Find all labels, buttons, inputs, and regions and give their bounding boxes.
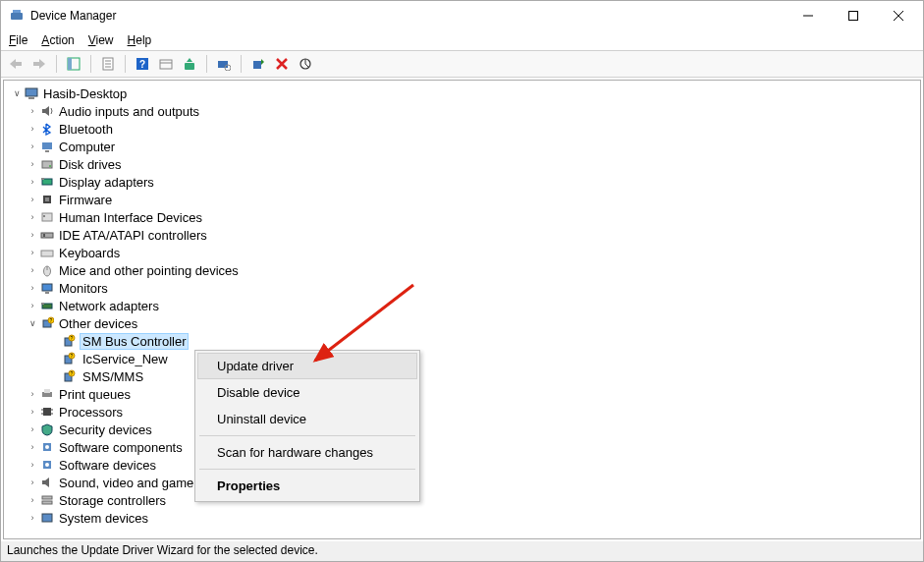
enable-device-button[interactable] [247,53,269,75]
expand-icon[interactable]: › [26,141,39,151]
tree-device-item[interactable]: ?SMS/MMS [4,367,920,385]
tree-category[interactable]: ›Processors [4,403,920,421]
tree-category[interactable]: ›Bluetooth [4,120,920,138]
svg-rect-0 [11,13,23,20]
tree-device-item[interactable]: ?SM Bus Controller [4,332,920,350]
tree-category[interactable]: ›Disk drives [4,155,920,173]
tree-category[interactable]: ›Audio inputs and outputs [4,102,920,120]
scan-hardware-button[interactable] [213,53,235,75]
expand-icon[interactable]: › [26,478,39,487]
svg-rect-32 [45,197,49,201]
collapse-icon[interactable]: ∨ [26,318,39,328]
uninstall-button[interactable] [271,53,293,75]
tree-category[interactable]: ›Monitors [4,279,920,297]
expand-icon[interactable]: › [26,248,39,257]
maximize-button[interactable] [831,1,876,30]
context-separator [199,469,415,470]
help-button[interactable]: ? [132,53,153,75]
svg-text:?: ? [71,370,74,376]
device-tree-panel[interactable]: ∨Hasib-Desktop›Audio inputs and outputs›… [3,80,921,539]
tree-category[interactable]: ›Keyboards [4,244,920,261]
tree-category[interactable]: ›System devices [4,509,920,527]
svg-rect-68 [42,496,52,499]
expand-icon[interactable]: › [26,265,39,275]
menu-action[interactable]: Action [41,33,74,47]
update-driver-button[interactable] [179,53,200,75]
device-icon [39,280,55,296]
tree-category[interactable]: ›Computer [4,138,920,155]
tree-device-item[interactable]: ?IcService_New [4,350,920,367]
expand-icon[interactable]: › [26,407,39,417]
action-icon-button[interactable] [155,53,177,75]
expand-icon[interactable]: › [26,389,39,399]
tree-category[interactable]: ›Sound, video and game controllers [4,474,920,491]
tree-category[interactable]: ›Human Interface Devices [4,208,920,226]
tree-category[interactable]: ›Security devices [4,421,920,438]
expand-icon[interactable]: › [26,106,39,116]
device-icon [39,227,55,243]
expand-icon[interactable]: ∨ [10,88,24,98]
tree-category[interactable]: ›Print queues [4,385,920,403]
context-disable-device[interactable]: Disable device [197,379,417,406]
node-label: Disk drives [59,157,122,172]
tree-category[interactable]: ›Software components [4,438,920,456]
device-icon [39,103,55,119]
forward-button [28,53,50,75]
expand-icon[interactable]: › [26,301,39,310]
minimize-button[interactable] [786,1,831,30]
expand-icon[interactable]: › [26,159,39,169]
expand-icon[interactable]: › [26,195,39,204]
expand-icon[interactable]: › [26,177,39,187]
node-label: Software components [59,440,183,455]
menu-view[interactable]: View [88,33,114,47]
disable-device-button[interactable] [295,53,316,75]
svg-point-67 [45,463,49,467]
expand-icon[interactable]: › [26,495,39,505]
svg-rect-1 [13,10,21,13]
svg-rect-16 [160,60,172,69]
svg-rect-37 [41,251,53,256]
device-icon [39,492,55,508]
close-button[interactable] [876,1,921,30]
svg-rect-30 [41,178,44,180]
svg-point-34 [43,215,45,217]
window-controls [786,1,921,30]
tree-category[interactable]: ›Display adapters [4,173,920,191]
expand-icon[interactable]: › [26,212,39,222]
expand-icon[interactable]: › [26,442,39,452]
device-icon [24,85,39,101]
node-label: Display adapters [59,175,154,190]
expand-icon[interactable]: › [26,513,39,523]
context-uninstall-device[interactable]: Uninstall device [197,406,417,432]
tree-category[interactable]: ›IDE ATA/ATAPI controllers [4,226,920,244]
tree-category[interactable]: ›Mice and other pointing devices [4,261,920,279]
context-separator [199,435,415,436]
tree-category[interactable]: ›Software devices [4,456,920,474]
expand-icon[interactable]: › [26,230,39,240]
node-label: Firmware [59,193,112,207]
device-icon [39,439,55,455]
node-label: Hasib-Desktop [43,86,127,101]
context-scan-hardware[interactable]: Scan for hardware changes [197,439,417,466]
tree-category-other-devices[interactable]: ∨?Other devices [4,314,920,332]
device-icon: ? [61,351,77,366]
menu-file[interactable]: File [9,33,27,47]
expand-icon[interactable]: › [26,124,39,134]
expand-icon[interactable]: › [26,460,39,470]
tree-category[interactable]: ›Network adapters [4,297,920,314]
svg-rect-7 [33,62,39,66]
expand-icon[interactable]: › [26,424,39,434]
svg-rect-44 [41,303,44,305]
show-hide-tree-button[interactable] [63,53,84,75]
properties-button[interactable] [97,53,119,75]
expand-icon[interactable]: › [26,283,39,293]
context-update-driver[interactable]: Update driver [197,353,417,379]
tree-category[interactable]: ›Firmware [4,191,920,208]
menu-help[interactable]: Help [128,33,152,47]
tree-category[interactable]: ›Storage controllers [4,491,920,509]
tree-root[interactable]: ∨Hasib-Desktop [4,84,920,102]
svg-rect-70 [42,514,52,522]
context-properties[interactable]: Properties [197,473,417,499]
svg-text:?: ? [50,317,53,323]
node-label: Audio inputs and outputs [59,104,199,119]
